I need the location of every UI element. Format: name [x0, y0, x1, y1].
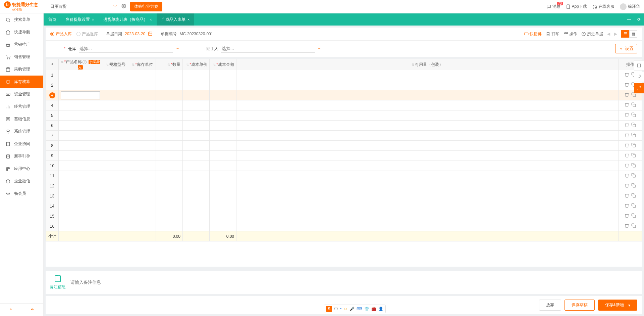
cell-product-name[interactable]	[59, 171, 102, 181]
copy-row-button[interactable]	[631, 223, 636, 228]
cell-available[interactable]	[236, 121, 619, 131]
product-name-input[interactable]	[61, 91, 100, 99]
cell-unit[interactable]	[129, 151, 156, 161]
cell-unit[interactable]	[129, 121, 156, 131]
sidebar-settings-button[interactable]	[0, 304, 22, 316]
help-icon[interactable]: ?	[83, 60, 87, 64]
message-button[interactable]: 消息 70	[546, 4, 560, 9]
cell-available[interactable]	[236, 100, 619, 110]
table-row[interactable]: 1	[46, 70, 642, 80]
sidebar-item-wecom[interactable]: 企业微信	[0, 175, 43, 187]
add-row-button[interactable]: +	[49, 92, 55, 98]
ime-emoji-icon[interactable]: ☺	[343, 307, 347, 311]
tab-home[interactable]: 首页	[44, 13, 61, 26]
cell-spec[interactable]	[102, 171, 129, 181]
ime-toolbox-icon[interactable]: 🧰	[371, 307, 376, 311]
table-row[interactable]: 4	[46, 100, 642, 110]
cell-qty[interactable]	[156, 90, 183, 100]
col-available[interactable]: ⇅可用量（包装）	[236, 59, 619, 70]
cell-unit[interactable]	[129, 171, 156, 181]
cell-available[interactable]	[236, 151, 619, 161]
cell-available[interactable]	[236, 201, 619, 211]
ime-keyboard-icon[interactable]: ⌨	[357, 307, 362, 311]
sidebar-item-guide[interactable]: 新手引导	[0, 150, 43, 163]
cell-price[interactable]	[183, 80, 210, 90]
rail-expand-button[interactable]	[634, 83, 644, 93]
cell-available[interactable]	[236, 221, 619, 231]
cell-unit[interactable]	[129, 141, 156, 151]
delete-row-button[interactable]	[625, 173, 629, 178]
cell-unit[interactable]	[129, 131, 156, 141]
cell-spec[interactable]	[102, 151, 129, 161]
cell-price[interactable]	[183, 161, 210, 171]
cell-spec[interactable]	[102, 141, 129, 151]
close-icon[interactable]: ×	[187, 17, 190, 21]
cell-price[interactable]	[183, 100, 210, 110]
copy-row-button[interactable]	[631, 203, 636, 208]
cell-available[interactable]	[236, 80, 619, 90]
table-row[interactable]: 12	[46, 181, 642, 191]
tab-purchase-report[interactable]: 进货单统计表（按商品）×	[99, 13, 156, 26]
delete-row-button[interactable]	[625, 203, 629, 208]
cell-unit[interactable]	[129, 90, 156, 100]
cell-qty[interactable]	[156, 121, 183, 131]
cell-available[interactable]	[236, 181, 619, 191]
cell-price[interactable]	[183, 151, 210, 161]
cell-spec[interactable]	[102, 161, 129, 171]
cell-qty[interactable]	[156, 80, 183, 90]
cell-product-name[interactable]	[59, 100, 102, 110]
logo[interactable]: b 畅捷通好生意 标准版	[4, 1, 44, 12]
copy-row-button[interactable]	[631, 102, 636, 107]
ime-toolbar[interactable]: S 中 • ☺ 🎤 ⌨ 👕 🧰 👤	[324, 305, 386, 313]
save-new-button[interactable]: 保存&新增▾	[598, 300, 637, 311]
table-row[interactable]: 15	[46, 211, 642, 221]
cell-qty[interactable]	[156, 191, 183, 201]
cell-unit[interactable]	[129, 201, 156, 211]
shortcut-button[interactable]: 快捷键	[524, 31, 542, 37]
history-button[interactable]: 历史单据	[581, 31, 603, 37]
sidebar-item-business[interactable]: 经营管理	[0, 100, 43, 113]
tabs-minimize-button[interactable]: —	[624, 13, 634, 26]
copy-row-button[interactable]	[631, 163, 636, 168]
cell-amount[interactable]	[210, 141, 236, 151]
copy-row-button[interactable]	[631, 173, 636, 178]
delete-row-button[interactable]	[625, 213, 629, 218]
cell-price[interactable]	[183, 221, 210, 231]
cell-product-name[interactable]	[59, 191, 102, 201]
cell-amount[interactable]	[210, 110, 236, 121]
cell-available[interactable]	[236, 131, 619, 141]
close-icon[interactable]: ×	[150, 17, 152, 21]
rail-note-button[interactable]	[634, 60, 644, 71]
cell-price[interactable]	[183, 181, 210, 191]
cell-price[interactable]	[183, 201, 210, 211]
cell-amount[interactable]	[210, 181, 236, 191]
cell-price[interactable]	[183, 70, 210, 80]
cell-unit[interactable]	[129, 221, 156, 231]
table-row[interactable]: +	[46, 90, 642, 100]
cell-product-name[interactable]	[59, 121, 102, 131]
cell-product-name[interactable]	[59, 141, 102, 151]
cell-qty[interactable]	[156, 151, 183, 161]
operate-button[interactable]: 操作	[564, 31, 577, 37]
delete-row-button[interactable]	[625, 223, 629, 228]
cell-product-name[interactable]	[59, 211, 102, 221]
cell-spec[interactable]	[102, 191, 129, 201]
view-list-button[interactable]: ☰	[621, 30, 629, 38]
sidebar-item-finance[interactable]: 资金管理	[0, 88, 43, 100]
delete-row-button[interactable]	[625, 102, 629, 107]
sidebar-item-baseinfo[interactable]: 基础信息	[0, 113, 43, 125]
cell-amount[interactable]	[210, 201, 236, 211]
cell-qty[interactable]	[156, 171, 183, 181]
cell-qty[interactable]	[156, 161, 183, 171]
more-icon[interactable]: ⋯	[175, 46, 179, 51]
cell-available[interactable]	[236, 141, 619, 151]
col-qty[interactable]: ⇅*数量	[156, 59, 183, 70]
ime-lang-icon[interactable]: 中	[334, 306, 338, 312]
cell-product-name[interactable]	[59, 221, 102, 231]
warehouse-input[interactable]	[79, 45, 173, 53]
sidebar-item-quicknav[interactable]: 快捷导航	[0, 26, 43, 38]
handler-input[interactable]	[221, 45, 315, 53]
cell-spec[interactable]	[102, 121, 129, 131]
chevron-down-icon[interactable]: ▾	[626, 303, 630, 308]
cell-unit[interactable]	[129, 70, 156, 80]
